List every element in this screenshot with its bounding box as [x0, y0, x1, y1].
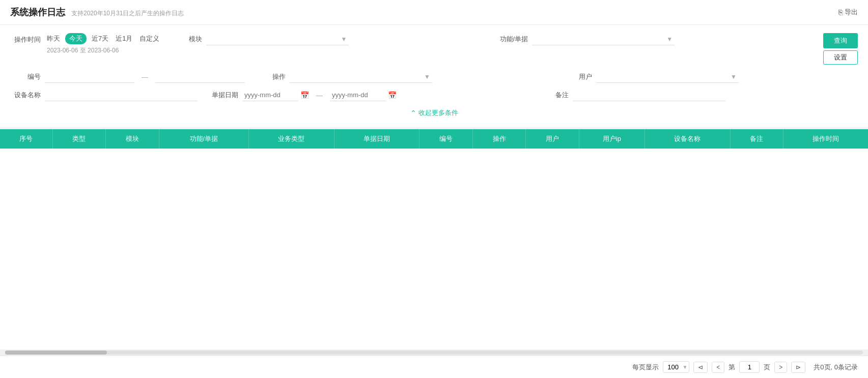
date-start-wrap: 📅	[242, 89, 309, 101]
time-date-range: 2023-06-06 至 2023-06-06	[47, 46, 161, 55]
table-header: 序号 类型 模块 功能/单据 业务类型 单据日期 编号 操作 用户 用户ip 设…	[0, 129, 868, 149]
col-user: 用户	[526, 129, 579, 149]
col-seq: 序号	[0, 129, 52, 149]
page-container: 系统操作日志 支持2020年10月31日之后产生的操作日志 ⎘ 导出 操作时间 …	[0, 0, 868, 378]
collapse-icon: ⌃	[410, 109, 416, 117]
date-start-input[interactable]	[242, 89, 298, 101]
time-btn-custom[interactable]: 自定义	[137, 33, 161, 44]
user-select-wrap: ▼	[596, 71, 739, 83]
filter-area: 操作时间 昨天 今天 近7天 近1月 自定义 2023-06-06 至 2023…	[0, 25, 868, 128]
table-header-row: 序号 类型 模块 功能/单据 业务类型 单据日期 编号 操作 用户 用户ip 设…	[0, 129, 868, 149]
number-label: 编号	[10, 72, 41, 81]
page-num-input[interactable]	[739, 361, 760, 373]
function-label: 功能/单据	[497, 35, 528, 44]
device-input[interactable]	[45, 89, 198, 101]
collapse-row: ⌃ 收起更多条件	[10, 105, 858, 120]
query-button[interactable]: 查询	[823, 33, 858, 48]
date-end-input[interactable]	[330, 89, 386, 101]
time-btn-7days[interactable]: 近7天	[90, 33, 110, 44]
number-input-start[interactable]	[45, 71, 134, 83]
export-button[interactable]: ⎘ 导出	[838, 8, 858, 17]
time-buttons: 昨天 今天 近7天 近1月 自定义	[45, 33, 161, 44]
page-next-button[interactable]: >	[774, 362, 787, 373]
function-select-wrap: ▼	[532, 33, 675, 45]
col-module: 模块	[106, 129, 159, 149]
export-icon: ⎘	[838, 8, 843, 16]
action-buttons: 查询 设置	[823, 33, 858, 65]
time-btn-today[interactable]: 今天	[65, 33, 87, 44]
page-title: 系统操作日志	[10, 6, 65, 18]
col-op-time: 操作时间	[783, 129, 868, 149]
operation-select[interactable]	[290, 71, 432, 83]
col-user-ip: 用户ip	[579, 129, 645, 149]
collapse-button[interactable]: ⌃ 收起更多条件	[410, 108, 458, 118]
page-first-button[interactable]: ⊲	[693, 362, 708, 373]
remark-input[interactable]	[573, 89, 725, 101]
device-label: 设备名称	[10, 91, 41, 100]
date-end-wrap: 📅	[330, 89, 397, 101]
settings-button[interactable]: 设置	[823, 50, 858, 65]
export-label: 导出	[845, 8, 858, 17]
page-last-button[interactable]: ⊳	[791, 362, 805, 373]
page-label: 第	[729, 363, 735, 372]
col-type: 类型	[52, 129, 105, 149]
user-select[interactable]	[596, 71, 739, 83]
page-size-select[interactable]: 100 50 200	[663, 361, 689, 373]
number-input-end[interactable]	[155, 71, 245, 83]
operation-select-wrap: ▼	[290, 71, 432, 83]
page-size-wrap: 100 50 200 ▼	[663, 361, 689, 373]
user-label: 用户	[562, 72, 592, 81]
time-btn-yesterday[interactable]: 昨天	[45, 33, 62, 44]
time-label: 操作时间	[10, 33, 41, 44]
pagination: 每页显示 100 50 200 ▼ ⊲ < 第 页 > ⊳ 共0页, 0条记录	[0, 356, 868, 378]
scrollbar-area	[0, 350, 868, 356]
col-device: 设备名称	[645, 129, 730, 149]
col-function: 功能/单据	[159, 129, 248, 149]
module-select-wrap: ▼	[206, 33, 349, 45]
module-select[interactable]	[206, 33, 349, 45]
calendar-start-icon[interactable]: 📅	[300, 91, 309, 99]
scrollbar-thumb[interactable]	[5, 351, 107, 355]
header-left: 系统操作日志 支持2020年10月31日之后产生的操作日志	[10, 6, 184, 18]
page-size-label: 每页显示	[632, 363, 659, 372]
calendar-end-icon[interactable]: 📅	[388, 91, 397, 99]
date-dash: —	[316, 92, 323, 99]
page-subtitle: 支持2020年10月31日之后产生的操作日志	[71, 9, 184, 18]
time-btn-1month[interactable]: 近1月	[114, 33, 134, 44]
empty-area	[0, 149, 868, 322]
number-dash: —	[142, 73, 148, 81]
function-select[interactable]	[532, 33, 675, 45]
collapse-label: 收起更多条件	[418, 108, 458, 118]
module-label: 模块	[172, 35, 202, 44]
scrollbar-track	[5, 351, 863, 355]
total-text: 共0页, 0条记录	[814, 363, 858, 372]
page-prev-button[interactable]: <	[712, 362, 724, 373]
table-area: 序号 类型 模块 功能/单据 业务类型 单据日期 编号 操作 用户 用户ip 设…	[0, 129, 868, 350]
col-bill-date: 单据日期	[334, 129, 419, 149]
remark-label: 备注	[538, 91, 569, 100]
col-remark: 备注	[730, 129, 783, 149]
page-header: 系统操作日志 支持2020年10月31日之后产生的操作日志 ⎘ 导出	[0, 0, 868, 25]
date-label: 单据日期	[208, 91, 238, 100]
col-operation: 操作	[472, 129, 525, 149]
time-filter-group: 昨天 今天 近7天 近1月 自定义 2023-06-06 至 2023-06-0…	[45, 33, 161, 55]
page-unit: 页	[764, 363, 770, 372]
operation-label: 操作	[255, 72, 286, 81]
col-number: 编号	[419, 129, 472, 149]
col-biz-type: 业务类型	[249, 129, 334, 149]
data-table: 序号 类型 模块 功能/单据 业务类型 单据日期 编号 操作 用户 用户ip 设…	[0, 129, 868, 149]
